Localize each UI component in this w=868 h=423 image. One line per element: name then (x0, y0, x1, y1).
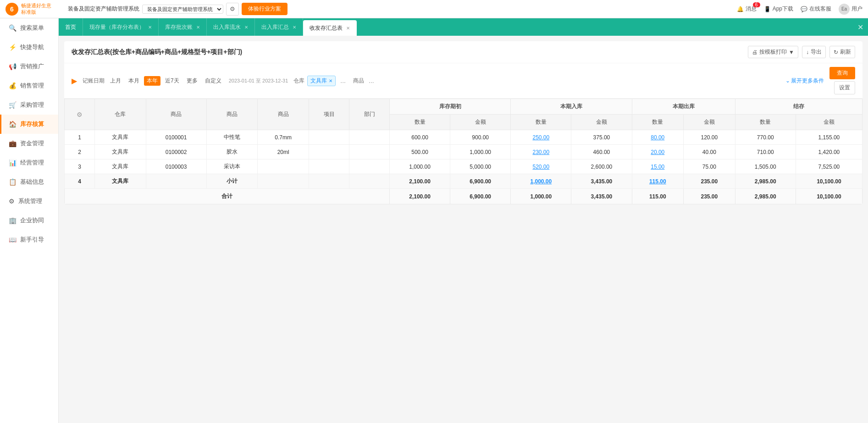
sidebar-item-enterprise[interactable]: 🏢 企业协同 (0, 211, 58, 230)
tab-inout-flow[interactable]: 出入库流水 ✕ (207, 18, 255, 36)
top-bar-right: 🔔 6 消息 📱 App下载 💬 在线客服 Ea 用户 (737, 4, 862, 15)
date-tab-more[interactable]: 更多 (184, 76, 200, 86)
col-in-amt: 金额 (571, 115, 632, 130)
sidebar-item-system[interactable]: ⚙ 系统管理 (0, 192, 58, 211)
row-out-qty[interactable]: 80.00 (632, 130, 684, 145)
sidebar-item-quick-nav[interactable]: ⚡ 快捷导航 (0, 38, 58, 57)
date-range-display: 2023-01-01 至 2023-12-31 (229, 77, 288, 84)
print-button[interactable]: 🖨 按模板打印 ▼ (748, 46, 798, 58)
row-out-amt: 235.00 (684, 174, 735, 189)
footer-closing-amt: 10,100.00 (796, 189, 862, 204)
system-name: 装备及固定资产辅助管理系统 (68, 5, 139, 13)
sidebar-item-basic[interactable]: 📋 基础信息 (0, 172, 58, 192)
tab-bar: 首页 现存量（库存分布表） ✕ 库存批次账 ✕ 出入库流水 ✕ 出入库汇总 ✕ … (59, 18, 868, 36)
date-tab-custom[interactable]: 自定义 (202, 76, 224, 86)
app-download-action[interactable]: 📱 App下载 (764, 5, 793, 13)
tab-home[interactable]: 首页 (59, 18, 83, 36)
sidebar-item-search[interactable]: 🔍 搜索菜单 (0, 18, 58, 38)
row-out-amt: 120.00 (684, 130, 735, 145)
sidebar-item-inventory[interactable]: 🏠 库存核算 (0, 115, 58, 134)
query-button[interactable]: 查询 (829, 67, 855, 79)
refresh-button[interactable]: ↻ 刷新 (829, 46, 855, 58)
filter-toggle-icon[interactable]: ▶ (72, 77, 77, 85)
row-opening-qty: 1,000.00 (390, 159, 450, 174)
trial-button[interactable]: 体验行业方案 (242, 3, 287, 15)
date-filter-label: 记账日期 (83, 77, 105, 85)
online-service-action[interactable]: 💬 在线客服 (801, 5, 831, 13)
date-tab-this-month[interactable]: 本月 (126, 76, 142, 86)
page-actions: 🖨 按模板打印 ▼ ↓ 导出 ↻ 刷新 (748, 46, 855, 58)
warehouse-more-icon[interactable]: ... (340, 77, 346, 84)
row-closing-amt: 7,525.00 (796, 159, 862, 174)
filter-setting-button[interactable]: 设置 (834, 81, 855, 94)
row-out-qty[interactable]: 15.00 (632, 159, 684, 174)
tab-close-inout-flow[interactable]: ✕ (244, 25, 248, 30)
close-all-tabs-button[interactable]: ✕ (857, 23, 863, 32)
page-header: 收发存汇总表(按仓库+商品编码+商品+规格型号+项目+部门) 🖨 按模板打印 ▼… (64, 41, 862, 63)
row-project (309, 145, 349, 159)
row-in-qty[interactable]: 1,000.00 (511, 174, 571, 189)
row-out-qty[interactable]: 115.00 (632, 174, 684, 189)
system-selector[interactable]: 装备及固定资产辅助管理系统 (142, 5, 223, 14)
row-product-code (146, 174, 206, 189)
row-product-code: 0100002 (146, 145, 206, 159)
sidebar-item-finance[interactable]: 💼 资金管理 (0, 134, 58, 153)
date-tab-7days[interactable]: 近7天 (162, 76, 182, 86)
tab-close-recv-send-summary[interactable]: ✕ (346, 26, 350, 31)
tab-close-batch[interactable]: ✕ (196, 25, 200, 30)
sidebar-item-business[interactable]: 📊 经营管理 (0, 153, 58, 172)
row-opening-qty: 2,100.00 (390, 174, 450, 189)
table-settings-icon[interactable]: ⚙ (77, 111, 83, 118)
building-icon: 🏢 (9, 217, 17, 224)
row-out-qty[interactable]: 20.00 (632, 145, 684, 159)
sidebar-item-purchase[interactable]: 🛒 采购管理 (0, 95, 58, 115)
date-tabs: 上月 本月 本年 近7天 更多 自定义 (107, 76, 224, 86)
footer-out-qty: 115.00 (632, 189, 684, 204)
gear-button[interactable]: ⚙ (226, 3, 239, 16)
row-in-qty[interactable]: 520.00 (511, 159, 571, 174)
row-out-amt: 75.00 (684, 159, 735, 174)
tab-inout-summary[interactable]: 出入库汇总 ✕ (255, 18, 303, 36)
row-product-spec: 0.7mm (257, 130, 309, 145)
export-button[interactable]: ↓ 导出 (802, 46, 826, 58)
tab-close-inventory-dist[interactable]: ✕ (148, 25, 152, 30)
row-no: 1 (65, 130, 95, 145)
table-row: 1文具库0100001中性笔0.7mm600.00900.00250.00375… (65, 130, 862, 145)
row-product-name: 胶水 (206, 145, 257, 159)
sidebar-item-sales[interactable]: 💰 销售管理 (0, 76, 58, 95)
row-project (309, 174, 349, 189)
user-action[interactable]: Ea 用户 (839, 4, 862, 15)
footer-row: 合计 2,100.00 6,900.00 1,000.00 3,435.00 1… (65, 189, 862, 204)
row-in-qty[interactable]: 250.00 (511, 130, 571, 145)
row-closing-qty: 2,985.00 (735, 174, 796, 189)
page-title: 收发存汇总表(按仓库+商品编码+商品+规格型号+项目+部门) (72, 48, 242, 56)
download-icon: 📱 (764, 6, 771, 12)
sidebar-item-guide[interactable]: 📖 新手引导 (0, 230, 58, 249)
warehouse-tag-close[interactable]: ✕ (329, 78, 332, 83)
product-more-icon[interactable]: ... (369, 77, 374, 84)
col-out-qty: 数量 (632, 115, 684, 130)
print-icon: 🖨 (752, 49, 757, 55)
row-closing-qty: 1,505.00 (735, 159, 796, 174)
cart-icon: 🛒 (9, 101, 17, 109)
expand-conditions-button[interactable]: ⌄ 展开更多条件 (785, 77, 824, 85)
tab-bar-end: ✕ (357, 23, 868, 32)
tab-recv-send-summary[interactable]: 收发存汇总表 ✕ (303, 20, 357, 36)
row-opening-amt: 6,900.00 (450, 174, 511, 189)
sidebar-item-marketing[interactable]: 📢 营销推广 (0, 57, 58, 76)
tab-batch[interactable]: 库存批次账 ✕ (159, 18, 207, 36)
book-icon: 📖 (9, 236, 17, 243)
footer-in-amt: 3,435.00 (571, 189, 632, 204)
warehouse-tag[interactable]: 文具库 ✕ (307, 76, 336, 86)
col-warehouse: 仓库 (95, 99, 146, 130)
col-settings[interactable]: ⚙ (65, 99, 95, 130)
tab-close-inout-summary[interactable]: ✕ (293, 25, 296, 30)
tab-inventory-dist[interactable]: 现存量（库存分布表） ✕ (83, 18, 159, 36)
row-in-qty[interactable]: 230.00 (511, 145, 571, 159)
row-closing-qty: 710.00 (735, 145, 796, 159)
date-tab-this-year[interactable]: 本年 (144, 76, 160, 86)
notifications-action[interactable]: 🔔 6 消息 (737, 5, 757, 13)
date-tab-last-month[interactable]: 上月 (107, 76, 124, 86)
row-in-amt: 2,600.00 (571, 159, 632, 174)
data-table-container: ⚙ 仓库 商品 商品 商品 项目 部门 库存期初 本期入库 本期出库 结存 (64, 99, 862, 204)
